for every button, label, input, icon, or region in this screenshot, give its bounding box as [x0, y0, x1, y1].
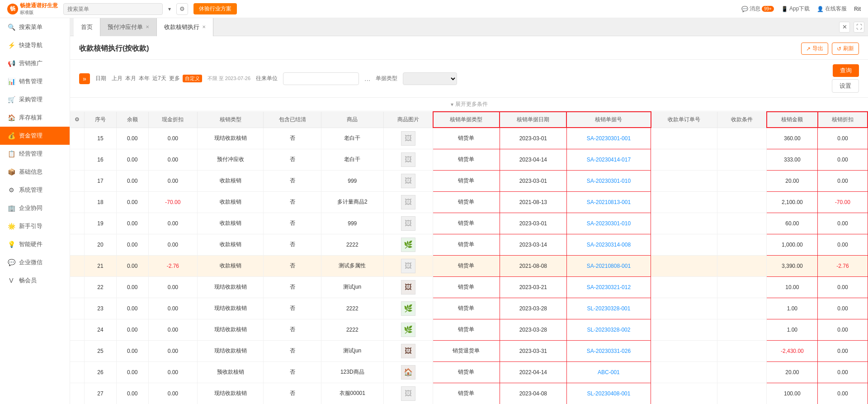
- row-writeoff-disc: 0.00: [818, 149, 868, 170]
- logo: 畅 畅捷通谱好生意 标准版: [7, 2, 58, 16]
- sidebar-label-marketing: 营销推广: [19, 59, 42, 67]
- sidebar-item-marketing[interactable]: 📢 营销推广: [0, 54, 70, 72]
- row-voucher-no: SA-20230414-017: [566, 149, 651, 170]
- sidebar-item-newbie[interactable]: 🌟 新手引导: [0, 217, 70, 235]
- top-bar: 畅 畅捷通谱好生意 标准版 ▾ ⚙ 休验行业方案 💬 消息 99+ 📱 App下…: [0, 0, 868, 18]
- row-discount: 0.00: [148, 213, 198, 234]
- col-voucher-date: 核销单据日期: [500, 112, 566, 128]
- dropdown-trigger[interactable]: ▾: [168, 6, 171, 12]
- voucher-no-link[interactable]: SA-20230301-010: [587, 220, 631, 227]
- filter-date-this-year[interactable]: 本年: [139, 75, 150, 82]
- row-discount: 0.00: [148, 298, 198, 319]
- col-settings[interactable]: ⚙: [70, 112, 85, 128]
- export-button[interactable]: ↗ 导出: [801, 43, 828, 55]
- tab-receipt[interactable]: 收款核销执行 ✕: [157, 18, 213, 36]
- row-voucher-date: 2023-03-21: [500, 276, 566, 298]
- sidebar-item-purchase[interactable]: 🛒 采购管理: [0, 90, 70, 109]
- sidebar-item-hardware[interactable]: 💡 智能硬件: [0, 235, 70, 253]
- row-goods: 衣服00001: [321, 383, 383, 404]
- row-balance: 0.00: [116, 170, 148, 191]
- row-discount: -2.76: [148, 255, 198, 276]
- row-voucher-date: 2022-04-14: [500, 361, 566, 383]
- voucher-no-link[interactable]: SA-20230414-017: [587, 157, 631, 163]
- gear-button[interactable]: ⚙: [176, 3, 188, 15]
- app-btn[interactable]: 📱 App下载: [781, 5, 810, 13]
- search-input[interactable]: [63, 3, 163, 15]
- tab-close-btn[interactable]: ✕: [839, 22, 850, 33]
- data-table-container: ⚙ 序号 余额 现金折扣 核销类型 包含已结清 商品 商品图片 核销单据类型 核…: [70, 111, 868, 404]
- filter-expand-button[interactable]: »: [79, 73, 90, 84]
- row-settings-col: [70, 234, 85, 255]
- sidebar-item-member[interactable]: V 畅会员: [0, 271, 70, 290]
- voucher-no-link[interactable]: SA-20210808-001: [587, 263, 631, 269]
- goods-img-cell: 🌿: [383, 234, 433, 255]
- row-writeoff-amt: 3,390.00: [767, 255, 818, 276]
- sidebar-item-quicknav[interactable]: ⚡ 快捷导航: [0, 36, 70, 54]
- voucher-no-link[interactable]: SL-20230408-001: [587, 390, 630, 397]
- sidebar-item-sales[interactable]: 📊 销售管理: [0, 72, 70, 90]
- voucher-no-link[interactable]: SA-20230301-001: [587, 135, 631, 142]
- row-receipt-cond: [717, 383, 767, 404]
- row-receipt-order: [651, 361, 717, 383]
- voucher-no-link[interactable]: SL-20230328-001: [587, 305, 630, 312]
- query-button[interactable]: 查询: [833, 64, 859, 77]
- sidebar-item-finance[interactable]: 💰 资金管理: [0, 127, 70, 145]
- table-row: 220.000.00现结收款核销否测试jun🖼销货单2023-03-21SA-2…: [70, 276, 868, 298]
- tab-prepay[interactable]: 预付冲应付单 ✕: [100, 18, 157, 36]
- voucher-no-link[interactable]: SA-20210813-001: [587, 199, 631, 205]
- sidebar-label-member: 畅会员: [19, 276, 37, 285]
- tab-prepay-close[interactable]: ✕: [146, 24, 149, 29]
- row-voucher-type: 销货单: [433, 276, 500, 298]
- tab-home-label: 首页: [81, 23, 93, 31]
- goods-img: 🖼: [401, 386, 415, 401]
- sidebar-item-inventory[interactable]: 🏠 库存核算: [0, 109, 70, 127]
- page-title: 收款核销执行(按收款): [79, 44, 149, 53]
- row-goods: 2222: [321, 234, 383, 255]
- voucher-no-link[interactable]: SA-20230321-012: [587, 284, 631, 290]
- sidebar-item-system[interactable]: ⚙ 系统管理: [0, 181, 70, 199]
- goods-img-cell: 🖼: [383, 383, 433, 404]
- tab-fullscreen-btn[interactable]: ⛶: [854, 22, 864, 33]
- filter-date-custom[interactable]: 自定义: [183, 75, 202, 82]
- expand-more-button[interactable]: ▾ 展开更多条件: [451, 100, 488, 108]
- row-settings-col: [70, 298, 85, 319]
- voucher-no-link[interactable]: SA-20230301-010: [587, 178, 631, 184]
- export-label: 导出: [812, 45, 823, 52]
- row-discount: 0.00: [148, 383, 198, 404]
- filter-from-input[interactable]: [283, 72, 359, 85]
- sidebar-item-basic[interactable]: 📦 基础信息: [0, 163, 70, 181]
- row-receipt-order: [651, 191, 717, 213]
- row-balance: 0.00: [116, 213, 148, 234]
- row-goods: 2222: [321, 319, 383, 340]
- voucher-no-link[interactable]: SA-20230331-026: [587, 348, 631, 354]
- row-writeoff-disc: 0.00: [818, 340, 868, 361]
- row-type: 现结收款核销: [198, 128, 264, 149]
- row-receipt-order: [651, 213, 717, 234]
- tab-home[interactable]: 首页: [74, 18, 100, 36]
- sidebar-item-wechat[interactable]: 💬 企业微信: [0, 253, 70, 271]
- industry-btn[interactable]: 休验行业方案: [193, 3, 237, 14]
- refresh-button[interactable]: ↺ 刷新: [832, 43, 859, 55]
- filter-date-last-month[interactable]: 上月: [112, 75, 123, 82]
- row-included: 否: [264, 319, 321, 340]
- col-writeoff-amt: 核销金额: [767, 112, 818, 128]
- tab-receipt-close[interactable]: ✕: [202, 24, 206, 29]
- row-balance: 0.00: [116, 276, 148, 298]
- voucher-no-link[interactable]: ABC-001: [598, 369, 620, 375]
- goods-img-cell: 🖼: [383, 340, 433, 361]
- row-goods: 多计量商品2: [321, 191, 383, 213]
- row-voucher-date: 2023-04-14: [500, 149, 566, 170]
- filter-date-more[interactable]: 更多: [169, 75, 180, 82]
- sidebar-item-search[interactable]: 🔍 搜索菜单: [0, 18, 70, 36]
- sidebar-item-corp[interactable]: 🏢 企业协同: [0, 199, 70, 217]
- voucher-no-link[interactable]: SA-20230314-008: [587, 242, 631, 248]
- sidebar-item-business[interactable]: 📋 经营管理: [0, 145, 70, 163]
- filter-date-7days[interactable]: 近7天: [152, 75, 166, 82]
- service-btn[interactable]: 👤 在线客服: [817, 5, 847, 13]
- filter-date-this-month[interactable]: 本月: [125, 75, 136, 82]
- filter-type-select[interactable]: [403, 72, 457, 85]
- row-discount: -70.00: [148, 191, 198, 213]
- message-btn[interactable]: 💬 消息 99+: [741, 5, 774, 13]
- voucher-no-link[interactable]: SL-20230328-002: [587, 327, 630, 333]
- settings-button[interactable]: 设置: [832, 79, 859, 93]
